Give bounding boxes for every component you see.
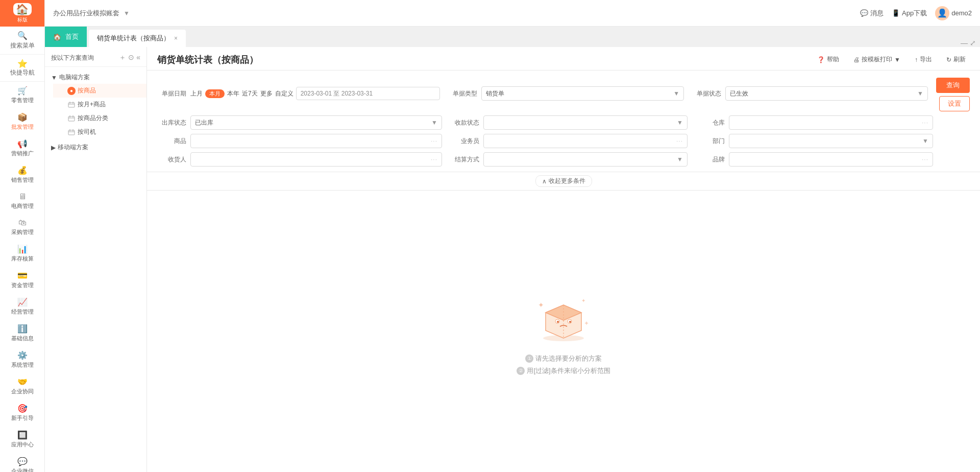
department-label: 部门 bbox=[696, 137, 729, 146]
brand-select[interactable]: ··· bbox=[729, 152, 933, 167]
out-status-value: 已出库 bbox=[195, 119, 213, 127]
sidebar-item-ecom[interactable]: 🖥 电商管理 bbox=[0, 188, 44, 214]
date-this-year[interactable]: 本年 bbox=[227, 89, 239, 98]
settings-scheme-icon[interactable]: ⊙ bbox=[128, 53, 134, 62]
export-button[interactable]: ↑ 导出 bbox=[911, 53, 936, 66]
hint1-text: 请先选择要分析的方案 bbox=[535, 354, 602, 363]
receiver-cell: 收货人 ··· bbox=[157, 152, 442, 167]
tab-minimize-icon[interactable]: — bbox=[961, 39, 968, 47]
department-select[interactable]: ▼ bbox=[729, 134, 933, 148]
sidebar-item-inventory[interactable]: 📊 库存核算 bbox=[0, 240, 44, 267]
salesperson-select[interactable]: ··· bbox=[483, 134, 688, 148]
collapse-panel-icon[interactable]: « bbox=[136, 53, 140, 62]
query-button[interactable]: 查询 bbox=[936, 78, 970, 93]
empty-state: ✦ ✦ ✦ ① 请先选择要分析的方案 ② 用[过滤]条件来缩小分析范围 bbox=[147, 191, 980, 472]
receiver-select[interactable]: ··· bbox=[190, 152, 442, 167]
topbar-title: 办公用品行业模拟账套 bbox=[53, 9, 119, 18]
filter-tree-group-mobile-header[interactable]: ▶ 移动端方案 bbox=[45, 141, 146, 154]
tab-maximize-icon[interactable]: ⤢ bbox=[970, 39, 976, 47]
date-last-month[interactable]: 上月 bbox=[190, 89, 203, 98]
export-icon: ↑ bbox=[915, 56, 918, 63]
message-button[interactable]: 💬 消息 bbox=[860, 9, 884, 18]
sidebar-item-sales[interactable]: 💰 销售管理 bbox=[0, 161, 44, 188]
settings-button[interactable]: 设置 bbox=[939, 96, 970, 111]
svg-rect-8 bbox=[68, 130, 75, 135]
receipt-status-arrow-icon: ▼ bbox=[677, 119, 683, 126]
date-more[interactable]: 更多 bbox=[260, 89, 273, 98]
tab-home[interactable]: 🏠 首页 bbox=[45, 27, 87, 47]
sidebar-item-marketing[interactable]: 📢 营销推广 bbox=[0, 135, 44, 161]
filter-item-by-category[interactable]: 按商品分类 bbox=[53, 111, 146, 125]
month-product-label: 按月+商品 bbox=[78, 100, 106, 109]
payment-select[interactable]: ▼ bbox=[483, 152, 688, 167]
filter-tree-group-pc: ▼ 电脑端方案 ● 按商品 按月+商品 bbox=[45, 71, 146, 139]
filter-item-by-cashier[interactable]: 按司机 bbox=[53, 125, 146, 139]
svg-text:✦: ✦ bbox=[584, 320, 589, 327]
receipt-status-select[interactable]: ▼ bbox=[483, 115, 688, 130]
active-tab-label: 销货单统计表（按商品） bbox=[97, 34, 170, 43]
sidebar-item-enterprise[interactable]: 🤝 企业协同 bbox=[0, 373, 44, 399]
add-scheme-icon[interactable]: ＋ bbox=[119, 53, 126, 62]
home-icon: 🏠 bbox=[53, 33, 61, 41]
app-download-button[interactable]: 📱 App下载 bbox=[892, 9, 927, 18]
doc-status-select[interactable]: 已生效 ▼ bbox=[725, 86, 928, 101]
sidebar-item-purchase[interactable]: 🛍 采购管理 bbox=[0, 214, 44, 240]
query-buttons: 查询 设置 bbox=[936, 76, 970, 111]
product-cell: 商品 ··· bbox=[157, 134, 442, 148]
group-mobile-label: 移动端方案 bbox=[58, 143, 88, 152]
topbar-dropdown-icon[interactable]: ▼ bbox=[124, 10, 130, 17]
expand-icon: ▼ bbox=[51, 74, 57, 81]
collapse-button[interactable]: ∧ 收起更多条件 bbox=[535, 175, 592, 187]
help-button[interactable]: ❓ 帮助 bbox=[813, 53, 843, 66]
sidebar-item-finance[interactable]: 💳 资金管理 bbox=[0, 267, 44, 293]
refresh-icon: ↻ bbox=[946, 56, 951, 63]
sidebar-item-system[interactable]: ⚙️ 系统管理 bbox=[0, 346, 44, 373]
template-print-button[interactable]: 🖨 按模板打印 ▼ bbox=[849, 53, 904, 66]
export-label: 导出 bbox=[920, 55, 932, 64]
sidebar-item-guide[interactable]: 🎯 新手引导 bbox=[0, 399, 44, 426]
doc-type-select[interactable]: 销货单 ▼ bbox=[481, 86, 684, 101]
sidebar-item-basic[interactable]: ℹ️ 基础信息 bbox=[0, 320, 44, 346]
brand-label: 品牌 bbox=[696, 155, 729, 164]
hint2-num: ② bbox=[517, 367, 525, 375]
filter-tree-sub-pc: ● 按商品 按月+商品 bbox=[45, 84, 146, 139]
category-icon bbox=[67, 114, 76, 123]
svg-point-15 bbox=[557, 321, 559, 323]
page-title: 销货单统计表（按商品） bbox=[157, 54, 258, 66]
out-status-select[interactable]: 已出库 ▼ bbox=[190, 115, 442, 130]
tab-active[interactable]: 销货单统计表（按商品） × bbox=[89, 30, 186, 47]
product-label: 商品 bbox=[157, 137, 190, 146]
date-this-month-badge[interactable]: 本月 bbox=[205, 89, 225, 98]
sidebar-item-operation[interactable]: 📈 经营管理 bbox=[0, 293, 44, 320]
filter-panel: 按以下方案查询 ＋ ⊙ « ▼ 电脑端方案 ● 按商品 bbox=[45, 47, 147, 472]
sidebar-item-wechat[interactable]: 💬 企业微信 bbox=[0, 453, 44, 472]
sidebar-item-appstore[interactable]: 🔲 应用中心 bbox=[0, 426, 44, 453]
sidebar-item-retail[interactable]: 🛒 零售管理 bbox=[0, 82, 44, 108]
sidebar-search[interactable]: 🔍 搜索菜单 bbox=[0, 27, 44, 55]
filter-item-by-month-product[interactable]: 按月+商品 bbox=[53, 98, 146, 111]
topbar-left: 办公用品行业模拟账套 ▼ bbox=[53, 9, 130, 18]
user-label: demo2 bbox=[951, 9, 972, 17]
out-status-cell: 出库状态 已出库 ▼ bbox=[157, 115, 442, 130]
sidebar-quicknav[interactable]: ⭐ 快捷导航 bbox=[0, 55, 44, 82]
sidebar: 🏠 标版 🔍 搜索菜单 ⭐ 快捷导航 🛒 零售管理 📦 批发管理 📢 营销推广 … bbox=[0, 0, 45, 472]
content-area: 按以下方案查询 ＋ ⊙ « ▼ 电脑端方案 ● 按商品 bbox=[45, 47, 980, 472]
date-7days[interactable]: 近7天 bbox=[242, 89, 258, 98]
filter-row-4: 收货人 ··· 结算方式 ▼ bbox=[157, 152, 970, 167]
date-custom[interactable]: 自定义 bbox=[275, 89, 293, 98]
filter-item-by-product[interactable]: ● 按商品 bbox=[53, 84, 146, 98]
sidebar-item-wholesale[interactable]: 📦 批发管理 bbox=[0, 108, 44, 135]
refresh-button[interactable]: ↻ 刷新 bbox=[942, 53, 970, 66]
category-label: 按商品分类 bbox=[78, 114, 108, 123]
date-range-input[interactable]: 2023-03-01 至 2023-03-31 bbox=[296, 87, 440, 100]
filter-tree-group-pc-header[interactable]: ▼ 电脑端方案 bbox=[45, 71, 146, 84]
doc-status-arrow-icon: ▼ bbox=[917, 90, 923, 97]
product-select[interactable]: ··· bbox=[190, 134, 442, 148]
quicknav-label: 快捷导航 bbox=[10, 68, 35, 77]
empty-hint-2: ② 用[过滤]条件来缩小分析范围 bbox=[517, 366, 610, 375]
user-profile[interactable]: 👤 demo2 bbox=[935, 6, 972, 20]
filter-main: 单据日期 上月 本月 本年 近7天 更多 自定义 2023-03-01 至 20… bbox=[147, 70, 980, 172]
doc-type-value: 销货单 bbox=[486, 89, 504, 98]
tab-close-icon[interactable]: × bbox=[174, 35, 178, 42]
warehouse-select[interactable]: ··· bbox=[729, 115, 933, 130]
